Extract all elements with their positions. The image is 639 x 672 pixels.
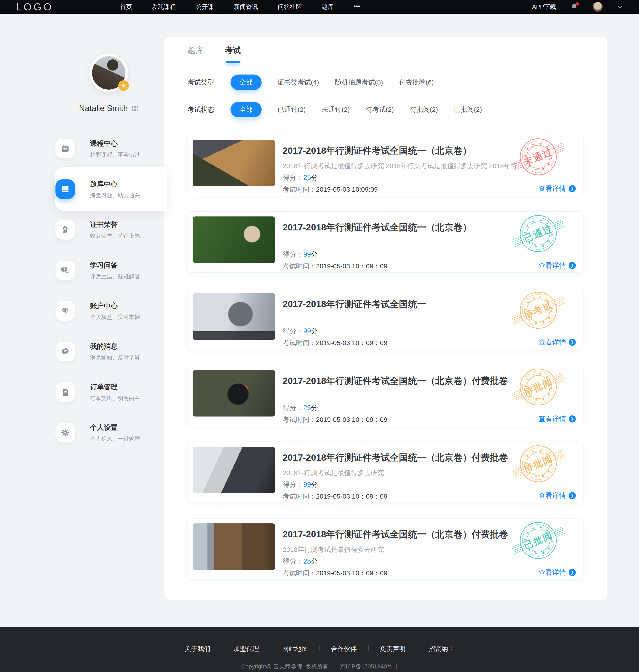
filter-row: 考试状态 全部已通过(2)未通过(2)待考试(2)待批阅(2)已批阅(2) [187,102,607,117]
footer-link-5[interactable]: 招贤纳士 [417,644,466,653]
exam-time: 考试时间：2019-05-03 10：09：09 [283,415,387,424]
sidebar-item-title: 个人设置 [90,423,140,432]
sidebar-item-title: 学习问答 [90,260,140,270]
sidebar-item-messages[interactable]: 我的消息 消息通知、及时了解 [0,331,164,372]
sidebar-item-subtitle: 消息通知、及时了解 [90,354,140,361]
exam-time: 考试时间：2019-05-03 10：09：09 [283,492,387,501]
filter-option-1-3[interactable]: 待考试(2) [365,105,394,114]
tab-1[interactable]: 考试 [225,45,241,63]
footer-link-2[interactable]: 网站地图 [271,644,320,653]
sidebar-item-title: 我的消息 [90,342,140,351]
exam-score: 得分：99分 [283,326,318,336]
status-stamp: 待批阅 ★★★★★★★★★★ [514,439,563,488]
filter-option-0-1[interactable]: 证书类考试(4) [278,78,319,87]
sidebar-item-title: 账户中心 [90,301,140,310]
filter-option-1-0[interactable]: 全部 [231,102,262,117]
logo: LOGO [16,1,53,13]
sidebar-item-account[interactable]: 账户中心 个人权益、实时掌握 [0,290,164,331]
sidebar-item-title: 订单管理 [90,382,140,392]
exam-title: 2017-2018年行测证件考试全国统一（北京卷） [283,221,472,234]
nav-item-0[interactable]: 首页 [120,3,132,11]
nav-item-1[interactable]: 发现课程 [152,3,176,11]
status-stamp: 已通过 ★★★★★★★★★★ [514,209,563,258]
footer-link-1[interactable]: 加盟代理 [222,644,271,653]
exam-card-5: 2017-2018年行测证件考试全国统一（北京卷）付费批卷 2018年行测考试是… [187,518,583,579]
exam-description: 2018年行测考试是最值得多去研究 2018年行测考试是最值得多去研究 2018… [283,161,523,171]
vip-gem-icon [118,80,129,91]
filter-option-1-5[interactable]: 已批阅(2) [454,105,482,114]
books-icon [56,179,75,199]
view-detail-link[interactable]: 查看详情 ❯ [539,261,576,270]
nav-item-6[interactable]: ••• [354,3,360,11]
footer-link-0[interactable]: 关于我们 [173,644,222,653]
main-panel: 题库 考试 考试类型: 全部证书类考试(4)随机抽题考试(5)付费批卷(6) 考… [164,36,607,600]
view-detail-link[interactable]: 查看详情 ❯ [539,414,576,423]
status-stamp: 未通过 ★★★★★★★★★★ [514,132,563,181]
nav-item-2[interactable]: 公开课 [196,3,214,11]
nav-item-5[interactable]: 题库 [322,3,334,11]
arrow-right-icon: ❯ [569,262,576,269]
footer-link-3[interactable]: 合作伙伴 [320,644,368,653]
app-download-link[interactable]: APP下载 [532,3,556,11]
notification-dot [576,2,579,5]
nav-item-4[interactable]: 问答社区 [278,3,302,11]
filter-option-0-3[interactable]: 付费批卷(6) [399,78,434,87]
exam-title: 2017-2018年行测证件考试全国统一（北京卷）付费批卷 [283,528,508,541]
view-detail-link[interactable]: 查看详情 ❯ [539,568,576,577]
sidebar-item-title: 题库中心 [90,179,140,189]
exam-thumbnail [192,217,275,263]
sidebar-item-title: 证书荣誉 [90,220,140,229]
sidebar-item-certificates[interactable]: 证书荣誉 收获荣誉、持证上岗 [0,209,164,250]
filter-option-0-2[interactable]: 随机抽题考试(5) [335,78,383,87]
status-stamp: 待批阅 ★★★★★★★★★★ [514,363,563,412]
message-icon [56,342,75,361]
filter-option-0-0[interactable]: 全部 [231,75,262,90]
exam-time: 考试时间：2019-05-03 10:09:09 [283,185,378,194]
exam-card-2: 2017-2018年行测证件考试全国统一 得分：99分 考试时间：2019-05… [187,288,583,349]
exam-score: 得分：25分 [283,403,318,413]
view-detail-link[interactable]: 查看详情 ❯ [539,184,576,193]
footer: 关于我们加盟代理网站地图合作伙伴免责声明招贤纳士 Copyright@ 云朵商学… [0,627,639,672]
filter-option-1-2[interactable]: 未通过(2) [322,105,350,114]
exam-card-list: 2017-2018年行测证件考试全国统一（北京卷） 2018年行测考试是最值得多… [187,134,583,579]
sidebar-item-orders[interactable]: 订单管理 订单支出、明明白白 [0,372,164,412]
exam-thumbnail [192,370,275,416]
arrow-right-icon: ❯ [569,185,576,192]
tab-bar: 题库 考试 [187,45,607,63]
sidebar-item-course-center[interactable]: 课程中心 精彩课程、不容错过 [0,128,164,169]
qr-code-icon[interactable] [131,105,138,112]
filter-row: 考试类型: 全部证书类考试(4)随机抽题考试(5)付费批卷(6) [187,75,607,90]
footer-link-4[interactable]: 免责声明 [368,644,417,653]
qa-icon: ? [56,260,75,280]
view-detail-link[interactable]: 查看详情 ❯ [539,338,576,347]
exam-score: 得分：99分 [283,480,318,489]
exam-title: 2017-2018年行测证件考试全国统一（北京卷） [283,145,472,157]
nav-item-3[interactable]: 新闻资讯 [234,3,258,11]
exam-description: 2018年行测考试是最值得多去研究 [283,545,384,554]
exam-score: 得分：25分 [283,557,318,566]
profile-avatar [90,54,128,92]
exam-card-4: 2017-2018年行测证件考试全国统一（北京卷）付费批卷 2018年行测考试是… [187,442,583,503]
sidebar-item-settings[interactable]: 个人设置 个人信息、一键管理 [0,412,164,453]
arrow-right-icon: ❯ [569,339,576,346]
filter-option-1-1[interactable]: 已通过(2) [278,105,306,114]
bell-icon[interactable] [570,3,579,11]
view-detail-link[interactable]: 查看详情 ❯ [539,491,576,500]
arrow-right-icon: ❯ [569,569,576,576]
tab-active-indicator [225,61,240,63]
chevron-down-icon[interactable] [617,4,623,10]
top-nav: LOGO 首页发现课程公开课新闻资讯问答社区题库••• APP下载 [0,0,639,14]
arrow-right-icon: ❯ [569,492,576,499]
profile-name: Natalie Smith [79,104,128,113]
copyright-text: Copyright@ 云朵商学院 版权所有 京ICP备17051340号-1 [241,663,398,670]
exam-time: 考试时间：2019-05-03 10：09：09 [283,569,387,578]
exam-time: 考试时间：2019-05-03 10：09：09 [283,338,387,348]
exam-card-0: 2017-2018年行测证件考试全国统一（北京卷） 2018年行测考试是最值得多… [187,134,583,196]
sidebar-item-study-qa[interactable]: ? 学习问答 课后重温、疑难解答 [0,250,164,290]
sidebar-item-subtitle: 个人权益、实时掌握 [90,314,140,321]
sidebar-item-question-bank[interactable]: 题库中心 海量习题、助力通关 [0,169,164,209]
filter-option-1-4[interactable]: 待批阅(2) [410,105,438,114]
exam-thumbnail [192,140,275,186]
user-avatar[interactable] [593,2,603,12]
status-stamp: 已批阅 ★★★★★★★★★★ [514,516,563,565]
